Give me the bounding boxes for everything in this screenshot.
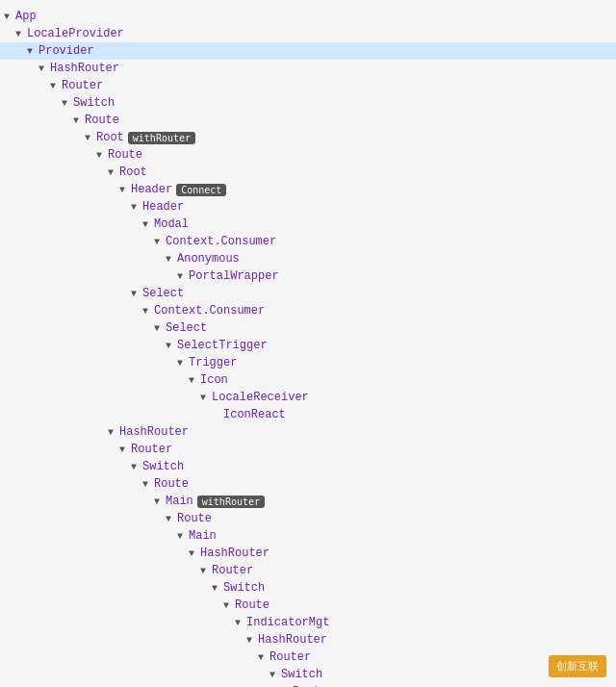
tree-node[interactable]: ▼LocaleReceiver bbox=[0, 389, 616, 406]
tree-node[interactable]: ▼Route bbox=[0, 146, 616, 164]
expand-arrow[interactable]: ▼ bbox=[142, 219, 154, 230]
expand-arrow[interactable]: ▼ bbox=[62, 98, 73, 109]
tree-node[interactable]: ▼Header bbox=[0, 198, 616, 216]
node-label: Route bbox=[177, 512, 212, 525]
node-label: Main bbox=[189, 529, 217, 543]
expand-arrow[interactable]: ▼ bbox=[177, 358, 189, 369]
watermark: 创新互联 bbox=[549, 655, 606, 677]
tree-node[interactable]: ▼HashRouter bbox=[0, 60, 616, 77]
tree-node[interactable]: ▼Select bbox=[0, 285, 616, 302]
tree-node[interactable]: ▼PortalWrapper bbox=[0, 267, 616, 285]
tree-node[interactable]: ▼Context.Consumer bbox=[0, 302, 616, 319]
node-label: Route bbox=[154, 477, 189, 491]
node-label: Icon bbox=[200, 373, 228, 387]
expand-arrow[interactable]: ▼ bbox=[154, 496, 166, 507]
expand-arrow[interactable]: ▼ bbox=[223, 600, 235, 611]
tree-node[interactable]: ▼IndicatorMgt bbox=[0, 614, 616, 631]
tree-node[interactable]: ▼Select bbox=[0, 319, 616, 337]
node-label: HashRouter bbox=[258, 633, 327, 647]
expand-arrow[interactable]: ▼ bbox=[131, 202, 142, 213]
tree-node[interactable]: ▼App bbox=[0, 8, 616, 25]
expand-arrow[interactable]: ▼ bbox=[166, 341, 177, 351]
expand-arrow[interactable]: ▼ bbox=[119, 185, 131, 195]
node-label: Root bbox=[119, 165, 147, 179]
expand-arrow[interactable]: ▼ bbox=[38, 64, 50, 74]
expand-arrow[interactable]: ▼ bbox=[131, 289, 142, 299]
expand-arrow[interactable]: ▼ bbox=[189, 375, 200, 386]
tree-node[interactable]: ▼HashRouter bbox=[0, 423, 616, 441]
tree-node[interactable]: ▼Route bbox=[0, 683, 616, 687]
expand-arrow[interactable]: ▼ bbox=[189, 548, 200, 559]
expand-arrow[interactable]: ▼ bbox=[270, 670, 281, 680]
tree-node[interactable]: ▼Switch bbox=[0, 666, 616, 683]
tree-node[interactable]: ▼Router bbox=[0, 441, 616, 458]
expand-arrow[interactable]: ▼ bbox=[246, 635, 258, 646]
tree-node[interactable]: ▼Trigger bbox=[0, 354, 616, 371]
expand-arrow[interactable]: ▼ bbox=[142, 306, 154, 317]
expand-arrow[interactable]: ▼ bbox=[4, 12, 15, 22]
node-label: Context.Consumer bbox=[166, 235, 276, 248]
tree-node[interactable]: ▼Router bbox=[0, 649, 616, 666]
expand-arrow[interactable]: ▼ bbox=[15, 29, 27, 39]
tree-node[interactable]: ▼Icon bbox=[0, 371, 616, 389]
tree-node[interactable]: IconReact bbox=[0, 406, 616, 423]
tree-node[interactable]: ▼Switch bbox=[0, 458, 616, 475]
expand-arrow[interactable]: ▼ bbox=[96, 150, 108, 161]
tree-node[interactable]: ▼Switch bbox=[0, 94, 616, 112]
tree-node[interactable]: ▼Modal bbox=[0, 216, 616, 233]
expand-arrow[interactable]: ▼ bbox=[166, 514, 177, 524]
tree-node[interactable]: ▼Root bbox=[0, 164, 616, 181]
tree-node[interactable]: ▼HashRouter bbox=[0, 631, 616, 649]
tree-node[interactable]: ▼Context.Consumer bbox=[0, 233, 616, 250]
node-label: LocaleProvider bbox=[27, 27, 124, 40]
node-label: Select bbox=[142, 287, 184, 300]
expand-arrow[interactable]: ▼ bbox=[177, 271, 189, 282]
tree-node[interactable]: ▼HashRouter bbox=[0, 545, 616, 562]
expand-arrow[interactable]: ▼ bbox=[154, 323, 166, 334]
expand-arrow[interactable]: ▼ bbox=[131, 462, 142, 472]
expand-arrow[interactable]: ▼ bbox=[119, 445, 131, 455]
node-label: Switch bbox=[73, 96, 115, 110]
node-label: Main bbox=[166, 495, 193, 508]
node-label: Root bbox=[96, 131, 124, 144]
expand-arrow[interactable]: ▼ bbox=[177, 531, 189, 542]
expand-arrow[interactable]: ▼ bbox=[85, 133, 96, 143]
expand-arrow[interactable]: ▼ bbox=[50, 81, 62, 91]
tree-node[interactable]: ▼Route bbox=[0, 112, 616, 129]
node-label: Route bbox=[235, 598, 270, 612]
node-label: Modal bbox=[154, 217, 189, 231]
expand-arrow[interactable]: ▼ bbox=[154, 237, 166, 247]
node-label: App bbox=[15, 10, 37, 23]
expand-arrow[interactable]: ▼ bbox=[235, 618, 246, 628]
tree-node[interactable]: ▼RootwithRouter bbox=[0, 129, 616, 146]
node-badge: withRouter bbox=[128, 132, 195, 144]
tree-node[interactable]: ▼Switch bbox=[0, 579, 616, 597]
tree-node[interactable]: ▼MainwithRouter bbox=[0, 493, 616, 510]
node-label: HashRouter bbox=[50, 62, 119, 75]
node-label: Context.Consumer bbox=[154, 304, 265, 318]
expand-arrow[interactable]: ▼ bbox=[73, 115, 85, 126]
tree-node[interactable]: ▼Route bbox=[0, 510, 616, 527]
tree-node[interactable]: ▼Anonymous bbox=[0, 250, 616, 267]
expand-arrow[interactable]: ▼ bbox=[212, 583, 223, 594]
tree-node[interactable]: ▼LocaleProvider bbox=[0, 25, 616, 42]
tree-node[interactable]: ▼Provider bbox=[0, 42, 616, 60]
expand-arrow[interactable]: ▼ bbox=[108, 427, 119, 438]
tree-node[interactable]: ▼Main bbox=[0, 527, 616, 545]
node-label: Anonymous bbox=[177, 252, 240, 266]
tree-node[interactable]: ▼SelectTrigger bbox=[0, 337, 616, 354]
expand-arrow[interactable]: ▼ bbox=[200, 566, 212, 576]
expand-arrow[interactable]: ▼ bbox=[108, 167, 119, 178]
tree-node[interactable]: ▼HeaderConnect bbox=[0, 181, 616, 198]
node-label: HashRouter bbox=[200, 547, 270, 560]
tree-node[interactable]: ▼Router bbox=[0, 77, 616, 94]
node-label: Switch bbox=[142, 460, 184, 473]
expand-arrow[interactable]: ▼ bbox=[200, 393, 212, 403]
tree-node[interactable]: ▼Route bbox=[0, 475, 616, 493]
expand-arrow[interactable]: ▼ bbox=[27, 46, 38, 57]
tree-node[interactable]: ▼Router bbox=[0, 562, 616, 579]
expand-arrow[interactable]: ▼ bbox=[166, 254, 177, 265]
expand-arrow[interactable]: ▼ bbox=[258, 652, 270, 663]
tree-node[interactable]: ▼Route bbox=[0, 597, 616, 614]
expand-arrow[interactable]: ▼ bbox=[142, 479, 154, 490]
